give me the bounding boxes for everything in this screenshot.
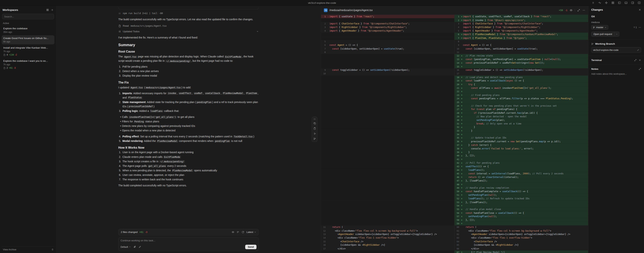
diff-row: 16 {sidebarOpen && <RightSidebar />}65 {… [321, 243, 588, 247]
notes-placeholder[interactable]: Add notes about this workspace... [591, 73, 641, 75]
send-button[interactable]: Send [245, 244, 257, 249]
diff-line-new: 10 const [sidebarOpen, setSidebarOpen] =… [454, 47, 588, 50]
workspace-item[interactable]: Install and integrate Vibe Kanban Web...… [2, 45, 54, 58]
search-input[interactable] [2, 14, 54, 19]
commits-ahead: 1 [633, 26, 637, 28]
difflines-icon[interactable] [236, 231, 239, 234]
version-dropdown[interactable]: Latest [246, 231, 256, 234]
diff-row: 4import { AgentHeader } from "@/componen… [321, 29, 588, 33]
diff-marker: + [460, 215, 463, 218]
terminal-section-label: Terminal [591, 59, 602, 62]
code-text: const previousPlanIdsRef = useRef<Set<st… [463, 62, 588, 64]
workspace-list: Explore the codebase35m agoCreate Good F… [2, 26, 54, 71]
drag-handle[interactable] [314, 118, 316, 120]
open-pr-button[interactable]: Open pull request [592, 32, 614, 36]
diff-row: 25+ [321, 100, 588, 104]
diff-row: 27+ for (const plan of pendingPlans) { [321, 108, 588, 111]
tool-call-row[interactable]: npm run build 2>&1 | tail -80 [118, 12, 259, 15]
diff-line-new: 60 return ( [454, 226, 588, 229]
line-number: 10 [321, 73, 327, 75]
new-terminal-icon[interactable] [639, 59, 641, 61]
play-icon[interactable] [313, 132, 316, 135]
line-number: 8 [454, 40, 460, 42]
working-branch-field[interactable]: vk/3ccf-explore-the-code [591, 47, 641, 53]
activity-icon[interactable] [598, 1, 601, 4]
refresh-icon[interactable] [242, 231, 244, 234]
copy-icon[interactable] [313, 122, 316, 125]
diff-line-new: 29+ // New plan detected - open the moda… [454, 115, 588, 118]
line-number: 6 [454, 33, 460, 36]
code-text: <ChatInterface /> [463, 240, 588, 243]
chevron-down-icon [616, 33, 618, 35]
diff-line-old [321, 132, 454, 136]
diff-line-new: 49+ // Handle plan review completion [454, 186, 588, 190]
list-marker: 4. [118, 134, 122, 139]
diff-marker: + [460, 140, 463, 143]
diff-marker: + [460, 169, 463, 171]
code-text: <ChatInterface /> [329, 240, 454, 243]
divider [575, 9, 575, 12]
columns-icon[interactable] [638, 1, 640, 4]
diff-row: 811 [321, 50, 588, 54]
view-archive-link[interactable]: View Archive [3, 248, 16, 251]
model-selector[interactable]: Default [120, 246, 131, 248]
diff-line-old: 16 {sidebarOpen && <RightSidebar />} [321, 243, 454, 247]
chevron-down-icon[interactable] [256, 30, 259, 33]
line-number: 12 [321, 230, 327, 232]
line-number: 7 [321, 48, 327, 50]
grid-icon[interactable] [611, 1, 614, 4]
tool-call-row[interactable]: Readmedusa/src/pages/Agent.tsx [118, 24, 259, 27]
diff-line-old [321, 108, 454, 111]
tool-call-row[interactable]: Updated Todos [118, 30, 259, 33]
attach-file-icon[interactable] [134, 246, 136, 248]
pause-icon[interactable] [592, 1, 594, 4]
new-workspace-button[interactable] [51, 9, 54, 11]
workspace-item[interactable]: Explore the codebase I want you to ex...… [2, 58, 54, 71]
inline-code: Pending [134, 120, 144, 123]
workspace-grid-icon[interactable] [46, 9, 49, 11]
line-number: 11 [454, 51, 460, 53]
workspace-item[interactable]: Create Good First Issues on Github So...… [2, 35, 54, 44]
close-panel-icon[interactable] [638, 8, 641, 11]
diff-row: 43+ useEffect(() => { [321, 165, 588, 168]
expand-terminal-icon[interactable] [634, 59, 637, 61]
more-options-icon[interactable] [582, 9, 585, 12]
line-number: 7 [454, 37, 460, 39]
edit-message-icon[interactable] [139, 246, 142, 248]
panel-bottom-icon[interactable] [624, 1, 628, 4]
branch-more-icon[interactable] [638, 26, 641, 28]
files-changed-label: 2 files changed [121, 231, 138, 234]
message-input[interactable]: Continue working on this task... [120, 239, 256, 242]
clipboard-icon[interactable] [313, 127, 316, 130]
expand-notes-icon[interactable] [639, 68, 641, 70]
diff-line-old: 3import { RightSidebar } from "@/compone… [321, 26, 454, 29]
diff-marker: + [460, 80, 463, 82]
code-text: import { RightSidebar } from "@/componen… [463, 26, 588, 28]
watch-file-icon[interactable] [570, 9, 572, 12]
workspace-item[interactable]: Explore the codebase35m ago [2, 26, 54, 35]
code-text: loadPlans(); // Refresh to update tracke… [463, 197, 588, 200]
star-icon[interactable] [605, 1, 608, 4]
pr-options-caret[interactable] [614, 32, 619, 36]
rename-branch-icon[interactable] [637, 49, 639, 51]
workspaces-sidebar: Workspaces Active Explore the codebase35… [0, 6, 56, 253]
diff-marker: + [460, 76, 463, 78]
diff-line-new: 45+ const interval = setInterval(loadPla… [454, 172, 588, 176]
diff-line-new: 65 {sidebarOpen && <RightSidebar />} [454, 243, 588, 247]
expand-diff-icon[interactable] [577, 9, 580, 12]
panel-left-icon[interactable] [618, 1, 621, 4]
eye-icon[interactable] [232, 231, 234, 234]
branch-icon[interactable] [313, 138, 316, 140]
diff-line-new: 11 [454, 50, 588, 54]
inline-code: pendingPlan [214, 140, 230, 143]
diff-line-old [321, 93, 454, 97]
numbered-list: 4.Polling effect: Set up a polling inter… [118, 134, 259, 144]
line-number: 30 [454, 119, 460, 121]
diff-marker: + [460, 33, 463, 36]
list-marker: 3. [118, 159, 122, 164]
diff-row: 48+ [321, 182, 588, 186]
base-branch-dropdown[interactable]: master [591, 25, 608, 30]
open-pr-split-button[interactable]: Open pull request [591, 32, 620, 36]
changes-status-bar[interactable]: 2 files changed +61 -3 Latest [118, 229, 259, 235]
panel-right-icon[interactable] [631, 1, 634, 4]
